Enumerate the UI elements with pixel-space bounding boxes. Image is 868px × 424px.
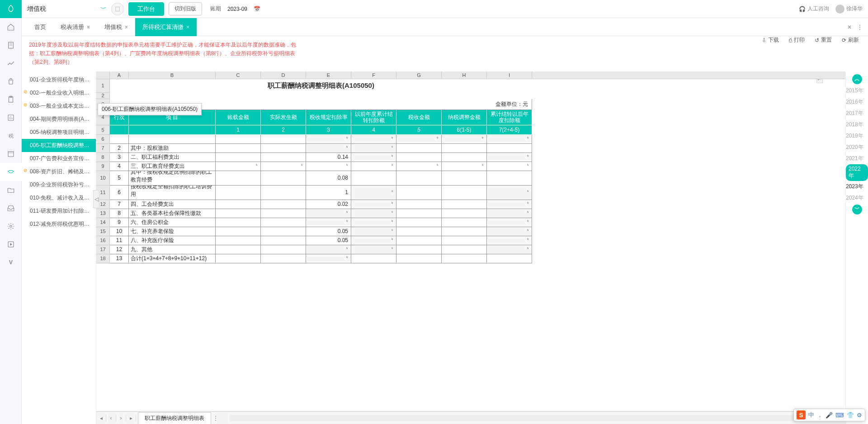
- cell[interactable]: [442, 153, 487, 162]
- download-button[interactable]: ⇩下载: [762, 36, 779, 44]
- cell[interactable]: [442, 254, 487, 263]
- cell[interactable]: *: [487, 162, 532, 171]
- cell[interactable]: [261, 209, 306, 218]
- cell[interactable]: [110, 135, 129, 144]
- col-header[interactable]: H: [442, 71, 487, 79]
- form-list-item[interactable]: 007-广告费和业务宣传费跨...: [22, 152, 96, 165]
- year-item[interactable]: 2020年: [846, 142, 868, 153]
- row-header[interactable]: 13: [96, 209, 110, 218]
- cell[interactable]: [487, 144, 532, 153]
- form-list-item[interactable]: 006-职工薪酬纳税调整明细...: [22, 139, 96, 152]
- collapse-handle[interactable]: ◁: [93, 190, 99, 208]
- cell[interactable]: [396, 144, 442, 153]
- nav-report-icon[interactable]: [0, 109, 22, 127]
- cell[interactable]: 4: [110, 162, 129, 171]
- form-list-item[interactable]: ⊘002-一般企业收入明细表(A...: [22, 86, 96, 100]
- sheet-nav-next[interactable]: ›: [116, 415, 126, 421]
- cell[interactable]: [261, 245, 306, 254]
- form-list-item[interactable]: 012-减免所得税优惠明细表(...: [22, 218, 96, 231]
- ime-settings-icon[interactable]: ⚙: [857, 412, 862, 419]
- form-list-item[interactable]: 010-免税、减计收入及加计...: [22, 191, 96, 205]
- ime-toolbar[interactable]: S 中 ， 🎤 ⌨ 👕 ⚙: [793, 409, 865, 421]
- cell[interactable]: [261, 254, 306, 263]
- consult-link[interactable]: 🎧 人工咨询: [799, 5, 829, 13]
- cell[interactable]: 13: [110, 254, 129, 263]
- user-menu[interactable]: 徐泽华: [835, 5, 863, 14]
- cell[interactable]: [396, 245, 442, 254]
- cell[interactable]: *: [216, 162, 261, 171]
- nav-bag-icon[interactable]: [0, 72, 22, 91]
- cell[interactable]: 二、职工福利费支出: [129, 153, 216, 162]
- form-list-item[interactable]: ⊘003-一般企业成本支出明细...: [22, 100, 96, 113]
- cell[interactable]: *: [487, 218, 532, 227]
- cell[interactable]: 五、各类基本社会保障性缴款: [129, 209, 216, 218]
- cell[interactable]: 八、补充医疗保险: [129, 236, 216, 245]
- nav-tax-icon[interactable]: 税: [0, 127, 22, 145]
- col-header[interactable]: E: [306, 71, 351, 79]
- cell[interactable]: [261, 227, 306, 236]
- ime-item[interactable]: ，: [817, 411, 823, 419]
- cell[interactable]: 四、工会经费支出: [129, 200, 216, 209]
- cell[interactable]: [396, 171, 442, 186]
- cell[interactable]: *: [442, 162, 487, 171]
- cell[interactable]: 合计(1+3+4+7+8+9+10+11+12): [129, 254, 216, 263]
- cell[interactable]: *: [351, 227, 396, 236]
- cell[interactable]: 11: [110, 236, 129, 245]
- cell[interactable]: *: [306, 209, 351, 218]
- cell[interactable]: 按税收规定全额扣除的职工培训费用: [129, 186, 216, 200]
- cell[interactable]: [442, 144, 487, 153]
- cell[interactable]: *: [487, 186, 532, 200]
- cell[interactable]: [216, 144, 261, 153]
- cell[interactable]: 其中：股权激励: [129, 144, 216, 153]
- cell[interactable]: *: [351, 218, 396, 227]
- cell[interactable]: [442, 227, 487, 236]
- tab-1[interactable]: 税表清册×: [53, 18, 97, 36]
- form-list-item[interactable]: ⊘008-资产折旧、摊销及纳税...: [22, 165, 96, 178]
- cell[interactable]: [216, 245, 261, 254]
- cell[interactable]: [396, 236, 442, 245]
- year-item[interactable]: 2016年: [846, 96, 868, 108]
- cell[interactable]: 0.14: [306, 153, 351, 162]
- tab-close-icon[interactable]: ×: [125, 24, 128, 30]
- cell[interactable]: 2: [110, 144, 129, 153]
- col-header[interactable]: D: [261, 71, 306, 79]
- form-list-item[interactable]: 011-研发费用加计扣除优惠...: [22, 205, 96, 218]
- cell[interactable]: [442, 171, 487, 186]
- cell[interactable]: *: [351, 153, 396, 162]
- cell[interactable]: *: [487, 153, 532, 162]
- cell[interactable]: *: [487, 200, 532, 209]
- row-header[interactable]: 7: [96, 144, 110, 153]
- cell[interactable]: [442, 200, 487, 209]
- tab-0[interactable]: 首页: [27, 18, 53, 36]
- cell[interactable]: [261, 144, 306, 153]
- cell[interactable]: 六、住房公积金: [129, 218, 216, 227]
- sheet-nav-last[interactable]: ▸: [126, 415, 136, 421]
- cell[interactable]: *: [306, 218, 351, 227]
- cell[interactable]: *: [351, 162, 396, 171]
- cell[interactable]: [261, 218, 306, 227]
- ime-keyboard-icon[interactable]: ⌨: [835, 412, 844, 419]
- nav-active-icon[interactable]: [0, 163, 22, 181]
- cell[interactable]: 9: [110, 218, 129, 227]
- row-header[interactable]: 6: [96, 135, 110, 144]
- nav-play-icon[interactable]: [0, 235, 22, 253]
- ime-item[interactable]: 中: [808, 411, 814, 419]
- calendar-icon[interactable]: 📅: [254, 6, 260, 12]
- col-header[interactable]: F: [351, 71, 396, 79]
- cell[interactable]: *: [351, 144, 396, 153]
- year-item[interactable]: 2021年: [846, 153, 868, 164]
- cell[interactable]: 0.05: [306, 227, 351, 236]
- nav-gear-icon[interactable]: [0, 217, 22, 235]
- year-item[interactable]: 2023年: [846, 181, 868, 192]
- cell[interactable]: [261, 186, 306, 200]
- cell[interactable]: [216, 135, 261, 144]
- cell[interactable]: *: [351, 236, 396, 245]
- cell[interactable]: [442, 245, 487, 254]
- cell[interactable]: [261, 236, 306, 245]
- print-button[interactable]: ⎙打印: [789, 36, 805, 44]
- year-item[interactable]: 2017年: [846, 108, 868, 119]
- cell[interactable]: [487, 171, 532, 186]
- circle-button[interactable]: [111, 3, 124, 15]
- tax-type-dropdown[interactable]: 增值税 ﹀: [27, 5, 107, 13]
- cell[interactable]: *: [306, 144, 351, 153]
